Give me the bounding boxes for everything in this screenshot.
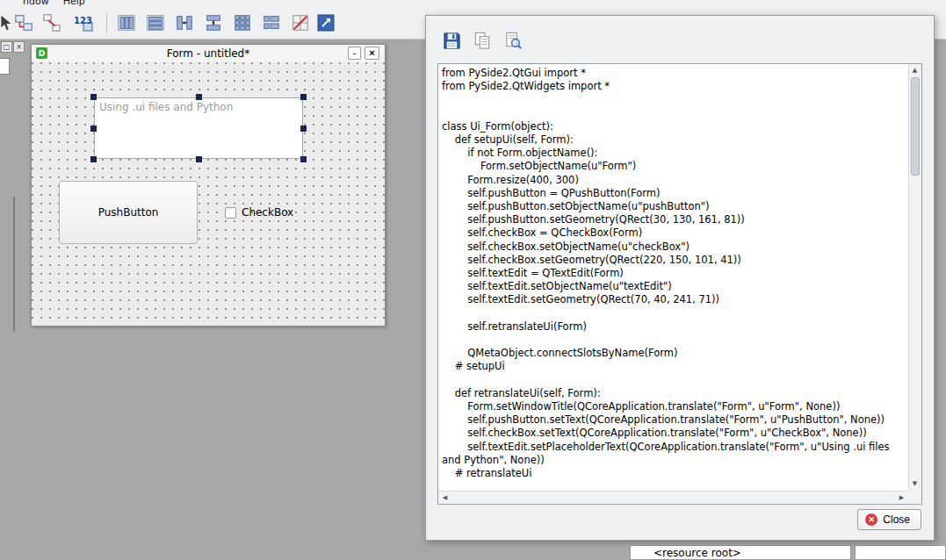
- menu-items: ndow Help: [23, 0, 85, 7]
- dock-float-button[interactable]: □: [1, 41, 12, 53]
- code-viewer-dialog: from PySide2.QtGui import * from PySide2…: [425, 15, 935, 541]
- resize-handle-bottom-left[interactable]: [90, 156, 97, 162]
- layout-horizontal-splitter-icon[interactable]: [173, 11, 196, 34]
- horizontal-scrollbar[interactable]: ◀ ▶: [438, 491, 908, 504]
- save-icon[interactable]: [440, 29, 463, 52]
- scroll-right-icon[interactable]: ▶: [896, 492, 907, 504]
- layout-grid-icon[interactable]: [231, 11, 254, 34]
- scroll-down-icon[interactable]: ▼: [909, 478, 921, 490]
- textedit-placeholder: Using .ui files and Python: [95, 98, 302, 116]
- resize-handle-bottom-center[interactable]: [196, 156, 202, 162]
- pushbutton-widget[interactable]: PushButton: [59, 181, 198, 244]
- screen: ndow Help 123: [0, 0, 946, 560]
- edit-tab-order-icon[interactable]: 123: [72, 11, 95, 34]
- resize-handle-top-left[interactable]: [90, 94, 97, 100]
- layout-horizontally-icon[interactable]: [115, 11, 138, 34]
- layout-vertical-splitter-icon[interactable]: [202, 11, 225, 34]
- edit-buddies-icon[interactable]: [40, 11, 63, 34]
- edit-signals-slots-icon[interactable]: [12, 11, 35, 34]
- break-layout-icon[interactable]: [289, 11, 312, 34]
- dock-close-button[interactable]: ×: [13, 41, 25, 53]
- resource-root-item[interactable]: <resource root>: [630, 545, 851, 560]
- form-editor-window: D Form - untitled* - × Using .ui files a…: [31, 44, 386, 327]
- code-viewer-toolbar: [440, 29, 524, 52]
- widgetbox-scrollbar[interactable]: [13, 197, 15, 331]
- svg-text:123: 123: [74, 16, 92, 25]
- menu-item-window[interactable]: ndow: [23, 0, 49, 7]
- resize-handle-middle-left[interactable]: [90, 126, 97, 132]
- checkbox-widget[interactable]: CheckBox: [225, 206, 293, 219]
- resize-handle-bottom-right[interactable]: [300, 156, 307, 162]
- form-window-titlebar[interactable]: D Form - untitled* - ×: [32, 45, 385, 63]
- vertical-scrollbar-thumb[interactable]: [911, 77, 920, 176]
- find-icon[interactable]: [502, 29, 524, 52]
- form-window-title: Form - untitled*: [32, 47, 385, 60]
- resource-panel-fragment: [855, 545, 946, 560]
- checkbox-label: CheckBox: [242, 206, 293, 219]
- form-close-button[interactable]: ×: [365, 47, 379, 60]
- layout-form-icon[interactable]: [260, 11, 283, 34]
- close-red-icon: ✕: [865, 513, 877, 526]
- scroll-up-icon[interactable]: ▲: [909, 65, 921, 76]
- copy-icon[interactable]: [471, 29, 494, 52]
- menubar: ndow Help: [0, 0, 946, 8]
- python-code[interactable]: from PySide2.QtGui import * from PySide2…: [438, 64, 908, 491]
- menu-item-help[interactable]: Help: [63, 0, 85, 7]
- toolbar-separator: [106, 12, 107, 33]
- vertical-scrollbar[interactable]: ▲ ▼: [908, 64, 921, 491]
- scroll-left-icon[interactable]: ◀: [439, 492, 451, 504]
- adjust-size-icon[interactable]: [314, 11, 337, 34]
- designer-form-icon: D: [36, 47, 47, 59]
- code-textarea[interactable]: from PySide2.QtGui import * from PySide2…: [437, 63, 922, 505]
- resource-root-label: <resource root>: [654, 547, 741, 559]
- form-minimize-button[interactable]: -: [348, 47, 361, 60]
- form-canvas[interactable]: Using .ui files and Python PushButton Ch…: [32, 62, 385, 326]
- resize-handle-top-right[interactable]: [300, 94, 307, 100]
- resize-handle-top-center[interactable]: [196, 94, 202, 100]
- close-button-label: Close: [883, 513, 910, 526]
- scrollbar-corner: [908, 491, 921, 504]
- layout-vertically-icon[interactable]: [144, 11, 167, 34]
- widgetbox-filter-input[interactable]: [0, 58, 10, 75]
- textedit-widget[interactable]: Using .ui files and Python: [94, 97, 303, 159]
- close-button[interactable]: ✕ Close: [857, 509, 921, 530]
- checkbox-indicator[interactable]: [225, 207, 236, 219]
- resize-handle-middle-right[interactable]: [300, 126, 307, 132]
